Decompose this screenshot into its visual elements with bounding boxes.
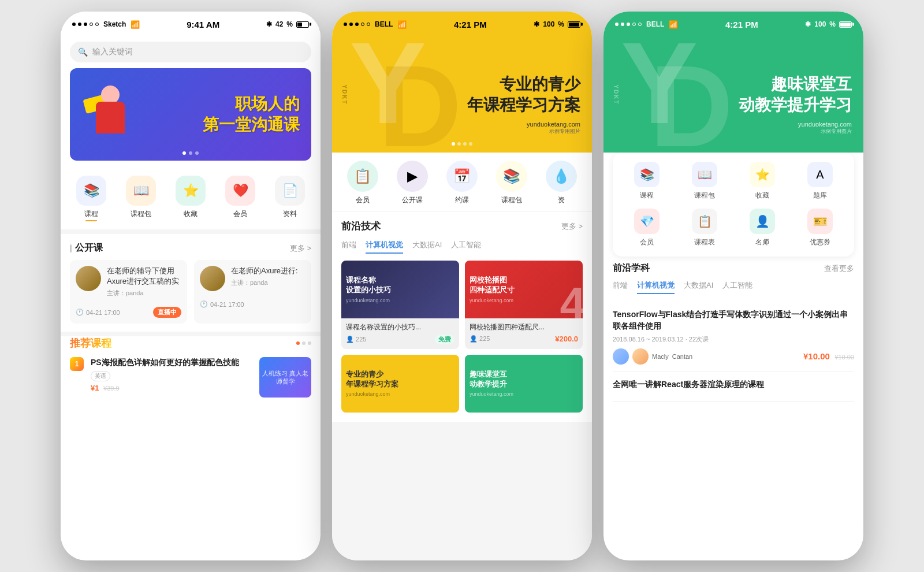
sig-dot-24 — [361, 23, 364, 26]
p3-nav-teacher[interactable]: 👤 名师 — [737, 209, 787, 247]
p3-icon-package: 📖 — [692, 162, 717, 187]
p2-students-1: 👤 225 — [346, 336, 366, 343]
nav-item-collect[interactable]: ⭐ 收藏 — [176, 176, 206, 221]
nav-item-member[interactable]: ❤️ 会员 — [225, 176, 255, 221]
phone-2: BELL 📶 4:21 PM ✱ 100% YDKT Y D 专业的青少 年课程… — [332, 12, 592, 560]
signal-dot-1 — [72, 23, 76, 26]
p3-nav-schedule[interactable]: 📋 课程表 — [680, 209, 729, 247]
nav-label-material: 资料 — [283, 209, 297, 219]
p3-nav-course[interactable]: 📚 课程 — [622, 162, 672, 200]
p3-tabs-row: 前端 计算机视觉 大数据AI 人工智能 — [613, 280, 854, 294]
p3-label-questions: 题库 — [813, 191, 827, 200]
brand-vertical-3: YDKT — [613, 84, 619, 105]
p3-nav-coupon[interactable]: 🎫 优惠券 — [795, 209, 845, 247]
wifi-icon-2: 📶 — [397, 20, 407, 29]
banner-main-text-3: 趣味课堂互 动教学提升学习 — [739, 74, 852, 116]
p3-nav-collect[interactable]: ⭐ 收藏 — [737, 162, 787, 200]
course-card-2[interactable]: 在老师的Axure进行: 主讲：panda 🕐 04-21 17:00 — [194, 260, 311, 324]
p2-label-booking: 约课 — [455, 195, 469, 205]
p3-nav-questions[interactable]: A 题库 — [795, 162, 845, 200]
tab-bigdata-2[interactable]: 大数据AI — [412, 240, 442, 254]
course-card-1[interactable]: 在老师的辅导下使用Axure进行交互稿的实 主讲：panda 🕐 04-21 1… — [70, 260, 187, 324]
nav-item-material[interactable]: 📄 资料 — [275, 176, 305, 221]
card-footer-1: 🕐 04-21 17:00 直播中 — [70, 303, 187, 324]
p2-nav-package[interactable]: 📚 课程包 — [496, 161, 527, 205]
p3-more[interactable]: 查看更多 — [824, 263, 854, 274]
battery-fill-2 — [569, 23, 579, 27]
card-info-1: 在老师的辅导下使用Axure进行交互稿的实 主讲：panda — [107, 266, 181, 298]
p2-nav-public[interactable]: ▶ 公开课 — [397, 161, 428, 205]
p2-more[interactable]: 更多 > — [561, 221, 583, 232]
sig-dot-35 — [638, 23, 642, 26]
p2-nav-booking[interactable]: 📅 约课 — [446, 161, 478, 205]
p3-tab-cv[interactable]: 计算机视觉 — [637, 280, 675, 294]
p3-icon-course: 📚 — [634, 162, 660, 187]
p2-course-card-1[interactable]: 课程名称设置的小技巧 yunduoketang.com 课程名称设置的小技巧..… — [341, 261, 459, 349]
p2-students-2: 👤 225 — [470, 335, 490, 343]
recommend-item-1[interactable]: 1 PS海报配色详解如何更好的掌握配色技能 英语 ¥1 ¥39.9 人机练习 真… — [70, 357, 311, 398]
p2-label-material: 资 — [558, 195, 565, 205]
battery-pct-3: 100 — [814, 20, 826, 28]
signal-dot-3 — [84, 23, 87, 26]
card-avatar-row-1: 在老师的辅导下使用Axure进行交互稿的实 主讲：panda — [70, 260, 187, 303]
clock-icon-2: 🕐 — [200, 300, 208, 308]
nav-icon-material: 📄 — [275, 176, 305, 206]
p3-course-item-2[interactable]: 全网唯一讲解React服务器渲染原理的课程 — [613, 372, 854, 402]
search-input-1[interactable]: 🔍 输入关键词 — [70, 42, 311, 62]
p3-tab-frontend[interactable]: 前端 — [613, 280, 628, 294]
card-info-2: 在老师的Axure进行: 主讲：panda — [231, 266, 305, 287]
tab-frontend-2[interactable]: 前端 — [341, 240, 356, 254]
p2-section-title: 前沿技术 — [341, 220, 381, 233]
rec-tags-1: 英语 — [91, 371, 252, 381]
tab-ai-2[interactable]: 人工智能 — [451, 240, 481, 254]
p3-label-course: 课程 — [640, 191, 654, 200]
nav-icon-collect: ⭐ — [176, 176, 206, 206]
p3-course-meta-1: 2018.08.16 ~ 2019.03.12 · 22次课 — [613, 335, 854, 344]
nav-label-package: 课程包 — [131, 209, 151, 219]
banner-line2: 第一堂沟通课 — [203, 114, 300, 135]
sample-2: 示例专用图片 — [527, 128, 580, 135]
banner-main-text-2: 专业的青少 年课程学习方案 — [467, 74, 580, 116]
avatar-img-2 — [200, 266, 225, 291]
card-title-2: 在老师的Axure进行: — [231, 266, 305, 276]
p2-course-card-2[interactable]: 网校轮播图四种适配尺寸 yunduoketang.com 4 网校轮播图四种适配… — [465, 261, 583, 349]
p3-nav-member[interactable]: 💎 会员 — [622, 209, 672, 247]
p2-nav-member[interactable]: 📋 会员 — [347, 161, 378, 205]
p3-course-item-1[interactable]: TensorFlow与Flask结合打造手写体数字识别通过一个小案例出串联各组件… — [613, 302, 854, 372]
rec-tag-1: 英语 — [91, 371, 110, 381]
nav-item-course[interactable]: 📚 课程 — [76, 176, 106, 221]
sig-dot-31 — [615, 23, 619, 26]
p3-nav-package[interactable]: 📖 课程包 — [680, 162, 729, 200]
p2-icon-material: 💧 — [546, 161, 577, 192]
p2-tabs-row: 前端 计算机视觉 大数据AI 人工智能 — [332, 237, 592, 261]
p3-tab-ai[interactable]: 人工智能 — [722, 280, 752, 294]
teacher-name-macly: Macly — [652, 353, 669, 360]
p2-course-card-4[interactable]: 趣味课堂互动教学提升 yunduoketang.com — [465, 355, 583, 413]
phone3-content: 前沿学科 查看更多 前端 计算机视觉 大数据AI 人工智能 TensorFlow… — [603, 262, 863, 560]
clock-icon-1: 🕐 — [76, 309, 84, 316]
card-title-1: 在老师的辅导下使用Axure进行交互稿的实 — [107, 266, 181, 287]
person-body — [96, 102, 125, 133]
thumb-text-1: 人机练习 真人老师督学 — [259, 367, 311, 388]
bg-d-char-3: D — [650, 49, 733, 153]
nav-underline — [85, 220, 97, 221]
p2-icon-package: 📚 — [496, 161, 527, 192]
p2-thumb-1: 课程名称设置的小技巧 yunduoketang.com — [341, 261, 459, 318]
p3-price-original-1: ¥10.00 — [834, 354, 854, 361]
p2-thumb-overlay-4: 趣味课堂互动教学提升 yunduoketang.com — [465, 355, 583, 413]
p2-thumb-overlay-1: 课程名称设置的小技巧 yunduoketang.com — [341, 261, 459, 318]
p3-icon-teacher: 👤 — [750, 209, 775, 234]
p2-nav-material[interactable]: 💧 资 — [546, 161, 577, 205]
sig-dot-22 — [349, 23, 353, 26]
nav-item-package[interactable]: 📖 课程包 — [126, 176, 156, 221]
p2-price-2: ¥200.0 — [555, 335, 578, 343]
tab-cv-2[interactable]: 计算机视觉 — [366, 240, 403, 254]
p2-icon-public: ▶ — [397, 161, 428, 192]
p2-icon-booking: 📅 — [446, 161, 478, 192]
teacher-avatar-macly — [613, 348, 629, 365]
p2-section-header: 前沿技术 更多 > — [332, 211, 592, 237]
quick-nav-2: 📋 会员 ▶ 公开课 📅 约课 📚 课程包 💧 资 — [332, 153, 592, 211]
p3-tab-bigdata[interactable]: 大数据AI — [684, 280, 713, 294]
public-more[interactable]: 更多 > — [290, 243, 311, 254]
p2-course-card-3[interactable]: 专业的青少年课程学习方案 yunduoketang.com — [341, 355, 459, 413]
